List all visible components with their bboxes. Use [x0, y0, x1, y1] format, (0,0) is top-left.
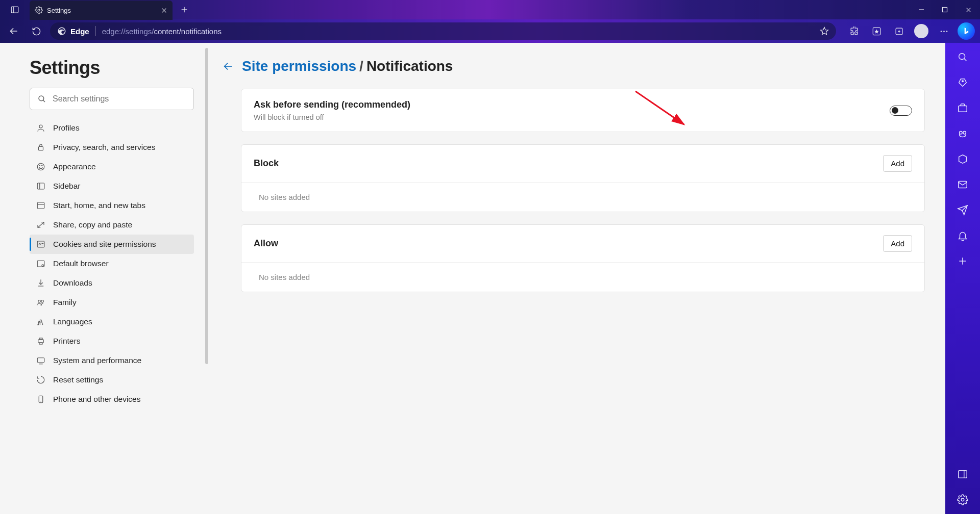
browser-tab[interactable]: Settings — [30, 1, 173, 20]
nav-item-phone-and-other-devices[interactable]: Phone and other devices — [30, 390, 194, 409]
nav-item-system-and-performance[interactable]: System and performance — [30, 351, 194, 370]
sidebar-settings-icon[interactable] — [955, 493, 970, 507]
settings-sidebar: Settings ProfilesPrivacy, search, and se… — [0, 43, 204, 514]
close-tab-button[interactable] — [161, 7, 167, 14]
site-identity[interactable]: Edge — [57, 27, 89, 36]
nav-item-label: Default browser — [53, 259, 109, 268]
svg-point-52 — [960, 131, 963, 134]
split-screen-icon[interactable] — [955, 467, 970, 481]
nav-item-label: Start, home, and new tabs — [53, 201, 145, 210]
nav-item-start-home-and-new-tabs[interactable]: Start, home, and new tabs — [30, 196, 194, 215]
svg-rect-41 — [39, 343, 42, 344]
nav-item-icon — [36, 317, 46, 327]
new-tab-button[interactable] — [176, 1, 193, 18]
nav-item-label: Languages — [53, 317, 92, 326]
breadcrumb-parent-link[interactable]: Site permissions — [242, 58, 356, 74]
send-icon[interactable] — [955, 203, 970, 217]
nav-item-appearance[interactable]: Appearance — [30, 157, 194, 176]
svg-rect-29 — [37, 183, 44, 189]
settings-search[interactable] — [30, 88, 194, 110]
allow-title: Allow — [254, 238, 278, 249]
svg-point-37 — [38, 300, 41, 303]
nav-item-label: Phone and other devices — [53, 395, 140, 404]
nav-item-label: Cookies and site permissions — [53, 240, 156, 249]
collections-button[interactable] — [890, 22, 908, 40]
nav-item-label: Sidebar — [53, 182, 80, 191]
titlebar: Settings — [0, 0, 980, 19]
svg-rect-8 — [943, 8, 947, 12]
block-empty: No sites added — [254, 193, 310, 201]
search-panel-icon[interactable] — [955, 50, 970, 64]
sidebar-scrollbar[interactable] — [204, 43, 209, 514]
nav-item-languages[interactable]: Languages — [30, 312, 194, 331]
nav-item-profiles[interactable]: Profiles — [30, 118, 194, 138]
nav-item-family[interactable]: Family — [30, 293, 194, 312]
svg-marker-13 — [821, 28, 828, 35]
more-button[interactable] — [935, 22, 952, 40]
nav-item-icon — [36, 220, 46, 230]
nav-item-privacy-search-and-services[interactable]: Privacy, search, and services — [30, 138, 194, 157]
office-icon[interactable] — [955, 152, 970, 166]
svg-rect-42 — [37, 358, 44, 363]
nav-item-printers[interactable]: Printers — [30, 331, 194, 351]
favorites-button[interactable] — [868, 22, 885, 40]
svg-rect-40 — [39, 338, 42, 340]
nav-item-icon — [36, 239, 46, 249]
bing-chat-button[interactable] — [958, 22, 975, 40]
nav-item-icon — [36, 336, 46, 346]
breadcrumb-current: Notifications — [366, 58, 453, 74]
extensions-button[interactable] — [845, 22, 863, 40]
nav-item-downloads[interactable]: Downloads — [30, 273, 194, 293]
nav-item-share-copy-and-paste[interactable]: Share, copy and paste — [30, 215, 194, 235]
refresh-button[interactable] — [28, 22, 45, 40]
notifications-icon[interactable] — [955, 228, 970, 243]
settings-search-input[interactable] — [53, 94, 186, 104]
nav-item-reset-settings[interactable]: Reset settings — [30, 370, 194, 390]
shopping-icon[interactable] — [955, 75, 970, 90]
allow-empty: No sites added — [254, 273, 310, 281]
nav-item-icon — [36, 181, 46, 191]
ask-toggle[interactable] — [890, 106, 912, 116]
favorite-button[interactable] — [820, 27, 829, 36]
breadcrumb-back-button[interactable] — [223, 61, 234, 72]
gear-icon — [35, 6, 43, 14]
maximize-button[interactable] — [933, 0, 957, 19]
nav-item-cookies-and-site-permissions[interactable]: Cookies and site permissions — [30, 235, 194, 254]
svg-rect-0 — [11, 7, 18, 13]
settings-area: Settings ProfilesPrivacy, search, and se… — [0, 43, 945, 514]
nav-item-icon — [36, 355, 46, 366]
minimize-button[interactable] — [910, 0, 933, 19]
settings-nav: ProfilesPrivacy, search, and servicesApp… — [30, 118, 194, 409]
allow-add-button[interactable]: Add — [883, 235, 912, 252]
svg-rect-33 — [37, 241, 44, 247]
svg-rect-51 — [959, 106, 967, 112]
nav-item-icon — [36, 123, 46, 133]
svg-point-53 — [963, 131, 966, 134]
ask-before-sending-card: Ask before sending (recommended) Will bl… — [241, 89, 925, 132]
tools-icon[interactable] — [955, 101, 970, 115]
nav-item-icon — [36, 200, 46, 211]
svg-point-24 — [39, 125, 42, 128]
address-bar[interactable]: Edge edge://settings/content/notificatio… — [50, 22, 836, 40]
nav-back-button[interactable] — [5, 22, 22, 40]
svg-point-59 — [961, 498, 964, 501]
outlook-icon[interactable] — [955, 177, 970, 192]
site-identity-label: Edge — [70, 27, 89, 36]
profile-avatar[interactable] — [913, 22, 930, 40]
nav-item-default-browser[interactable]: Default browser — [30, 254, 194, 273]
app-body: Settings ProfilesPrivacy, search, and se… — [0, 43, 980, 514]
nav-item-label: Profiles — [53, 123, 80, 133]
add-sidebar-icon[interactable] — [955, 254, 970, 268]
games-icon[interactable] — [955, 126, 970, 141]
svg-point-27 — [39, 165, 40, 166]
nav-item-sidebar[interactable]: Sidebar — [30, 176, 194, 196]
tab-actions-button[interactable] — [0, 5, 30, 14]
tab-title: Settings — [47, 7, 71, 14]
nav-item-label: Appearance — [53, 162, 96, 171]
svg-point-2 — [38, 9, 40, 11]
block-add-button[interactable]: Add — [883, 155, 912, 172]
nav-item-icon — [36, 259, 46, 269]
nav-item-icon — [36, 297, 46, 307]
nav-item-label: Share, copy and paste — [53, 220, 132, 229]
close-window-button[interactable] — [957, 0, 980, 19]
